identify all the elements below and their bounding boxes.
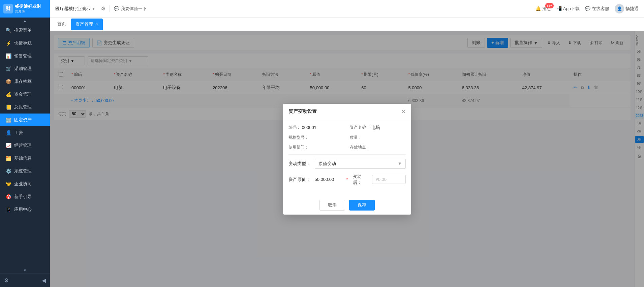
service-btn[interactable]: 💬 在线客服 — [585, 6, 609, 12]
sidebar-item-system[interactable]: ⚙️ 系统管理 — [0, 165, 50, 178]
operations-icon: 📈 — [5, 143, 11, 148]
topbar-right: 🔔 消息 99+ 📲 App下载 💬 在线客服 👤 畅捷通 — [535, 4, 639, 13]
appstore-icon: 📱 — [5, 207, 11, 212]
inventory-icon: 📦 — [5, 79, 11, 84]
sidebar-item-basic[interactable]: 🗂️ 基础信息 — [0, 152, 50, 165]
sales-icon: 📊 — [5, 53, 11, 59]
sidebar-scroll-up[interactable]: ▲ — [0, 18, 50, 24]
sidebar-item-quicknav[interactable]: ⚡ 快捷导航 — [0, 37, 50, 50]
modal-spec-field: 规格型号： — [288, 135, 344, 140]
notification-badge: 99+ — [545, 3, 554, 8]
tabbar: 首页 资产管理 ✕ — [50, 18, 644, 31]
modal-code-field: 编码： 000001 — [288, 125, 344, 131]
tab-close-icon[interactable]: ✕ — [95, 22, 98, 26]
company-dropdown-icon: ▼ — [92, 7, 95, 11]
app-download-btn[interactable]: 📲 App下载 — [556, 6, 580, 12]
sidebar-item-appstore[interactable]: 📱 应用中心 — [0, 203, 50, 216]
sidebar-item-sales[interactable]: 📊 销售管理 — [0, 50, 50, 62]
modal-value-row: 资产原值： 50,000.00 * 变动后： — [288, 173, 406, 186]
sidebar-item-ledger[interactable]: 📒 总账管理 — [0, 101, 50, 114]
app-logo: 财 畅捷通好业财 普及版 — [0, 0, 50, 18]
user-menu[interactable]: 👤 畅捷通 — [615, 4, 639, 13]
sidebar-item-search[interactable]: 🔍 搜索菜单 — [0, 24, 50, 37]
change-type-select[interactable]: 原值变动 ▼ — [315, 159, 406, 169]
modal-info-row2: 规格型号： 数量： — [288, 135, 406, 140]
search-icon: 🔍 — [5, 28, 11, 33]
after-change-input[interactable] — [372, 175, 406, 184]
payroll-icon: 👤 — [5, 130, 11, 135]
app-edition: 普及版 — [15, 9, 41, 14]
modal-info-row1: 编码： 000001 资产名称： 电脑 — [288, 125, 406, 131]
modal-title: 资产变动设置 — [288, 108, 317, 115]
cancel-button[interactable]: 取消 — [319, 200, 345, 211]
modal-code-value: 000001 — [302, 125, 316, 130]
sidebar-item-operations[interactable]: 📈 经营管理 — [0, 139, 50, 152]
purchase-icon: 🛒 — [5, 66, 11, 71]
topbar-divider — [110, 5, 110, 12]
system-icon: ⚙️ — [5, 168, 11, 174]
enterprise-icon: 🤝 — [5, 181, 11, 187]
modal-change-type-row: 变动类型： 原值变动 ▼ — [288, 159, 406, 169]
change-type-dropdown-icon: ▼ — [398, 161, 402, 166]
modal-divider — [288, 154, 406, 155]
feedback-icon: 💬 — [114, 6, 119, 11]
feedback-btn[interactable]: 💬 我要体验一下 — [114, 6, 147, 12]
avatar: 👤 — [615, 4, 624, 13]
modal-name-field: 资产名称： 电脑 — [350, 125, 406, 131]
modal-footer: 取消 保存 — [283, 196, 411, 215]
modal-close-icon[interactable]: ✕ — [401, 108, 406, 115]
capital-icon: 💰 — [5, 92, 11, 97]
modal-info-row3: 使用部门： 存放地点： — [288, 145, 406, 150]
sidebar-nav: 🔍 搜索菜单 ⚡ 快捷导航 📊 销售管理 🛒 采购管理 📦 库存核算 💰 资金管… — [0, 24, 50, 267]
modal-dept-field: 使用部门： — [288, 145, 344, 150]
ledger-icon: 📒 — [5, 104, 11, 110]
sidebar-item-capital[interactable]: 💰 资金管理 — [0, 88, 50, 101]
modal-body: 编码： 000001 资产名称： 电脑 规格型号： — [283, 119, 411, 196]
asset-original-value: 50,000.00 — [315, 177, 342, 182]
sidebar-item-payroll[interactable]: 👤 工资 — [0, 126, 50, 139]
sidebar-scroll-down[interactable]: ▼ — [0, 267, 50, 274]
settings-icon[interactable]: ⚙ — [4, 277, 9, 284]
basic-icon: 🗂️ — [5, 156, 11, 161]
download-icon: 📲 — [556, 6, 562, 11]
sidebar-item-purchase[interactable]: 🛒 采购管理 — [0, 62, 50, 75]
app-name: 畅捷通好业财 — [15, 4, 41, 9]
topbar-settings-icon[interactable]: ⚙ — [101, 5, 105, 12]
quicknav-icon: ⚡ — [5, 40, 11, 46]
modal-name-value: 电脑 — [371, 125, 380, 131]
modal-quantity-field: 数量： — [350, 135, 406, 140]
sidebar-item-guide[interactable]: 🎯 新手引导 — [0, 190, 50, 203]
modal-location-field: 存放地点： — [350, 145, 406, 150]
sidebar: 财 畅捷通好业财 普及版 ▲ 🔍 搜索菜单 ⚡ 快捷导航 📊 销售管理 🛒 采购… — [0, 0, 50, 287]
content-area: ☰ 资产明细 📄 变更生成凭证 刘账 + 新增 批量操作 ▼ — [50, 31, 644, 287]
company-name: 医疗器械行业演示 — [55, 6, 90, 12]
tab-home[interactable]: 首页 — [53, 18, 71, 30]
sidebar-item-enterprise[interactable]: 🤝 企业协同 — [0, 178, 50, 190]
main-area: 医疗器械行业演示 ▼ ⚙ 💬 我要体验一下 🔔 消息 99+ 📲 App下载 💬… — [50, 0, 644, 287]
bell-icon: 🔔 — [535, 6, 541, 11]
topbar: 医疗器械行业演示 ▼ ⚙ 💬 我要体验一下 🔔 消息 99+ 📲 App下载 💬… — [50, 0, 644, 18]
service-icon: 💬 — [585, 6, 590, 11]
save-button[interactable]: 保存 — [349, 200, 375, 211]
sidebar-bottom: ⚙ ◀ — [0, 274, 50, 287]
after-change-label: 变动后： — [353, 173, 367, 186]
collapse-icon[interactable]: ◀ — [42, 277, 46, 284]
company-selector[interactable]: 医疗器械行业演示 ▼ — [55, 6, 95, 12]
asset-change-modal: 资产变动设置 ✕ 编码： 000001 资产名称： 电脑 — [283, 104, 411, 215]
assets-icon: 🏢 — [5, 117, 11, 123]
required-star: * — [346, 177, 348, 182]
tab-assets[interactable]: 资产管理 ✕ — [71, 19, 103, 30]
sidebar-item-assets[interactable]: 🏢 固定资产 — [0, 114, 50, 126]
logo-icon: 财 — [3, 4, 13, 13]
notifications-btn[interactable]: 🔔 消息 99+ — [535, 6, 551, 12]
modal-overlay: 资产变动设置 ✕ 编码： 000001 资产名称： 电脑 — [50, 31, 644, 287]
modal-header: 资产变动设置 ✕ — [283, 104, 411, 119]
guide-icon: 🎯 — [5, 194, 11, 199]
sidebar-item-inventory[interactable]: 📦 库存核算 — [0, 75, 50, 88]
